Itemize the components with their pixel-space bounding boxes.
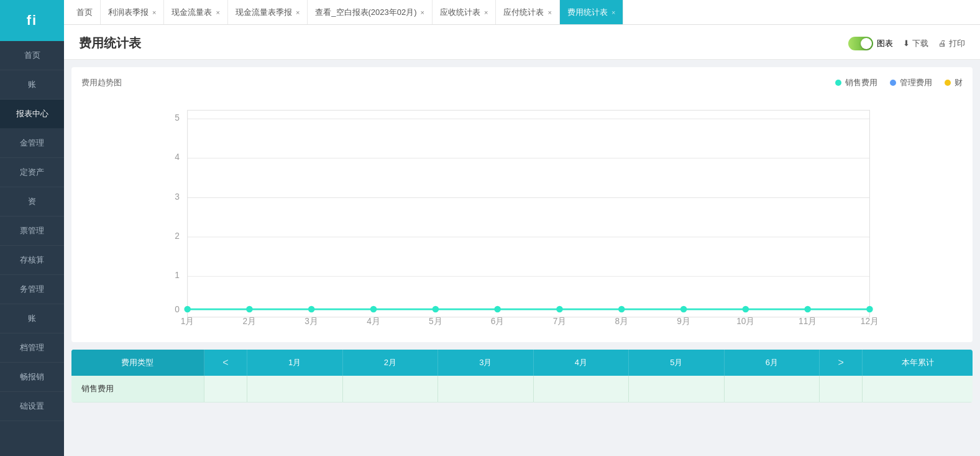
table-header-nav-next[interactable]: >	[820, 350, 863, 376]
table-cell-nav-space	[204, 376, 247, 402]
chart-container: 5 4 3 2 1 0	[81, 96, 963, 332]
tab-close-cashflow-quarterly[interactable]: ×	[296, 9, 300, 16]
nav-next-icon[interactable]: >	[838, 357, 844, 368]
sidebar: fi 首页 账 报表中心 金管理 定资产 资 票管理 存核算 务管理 账 档管理…	[0, 0, 64, 456]
table-header-nav-prev[interactable]: <	[204, 350, 247, 376]
svg-rect-12	[188, 110, 870, 317]
tab-home[interactable]: 首页	[69, 0, 101, 25]
svg-point-24	[866, 306, 873, 313]
legend-dot-finance	[945, 80, 951, 86]
sidebar-item-service[interactable]: 务管理	[0, 275, 64, 304]
tab-close-cashflow[interactable]: ×	[216, 9, 219, 16]
table-row: 销售费用	[71, 376, 973, 402]
content-area: 费用统计表 图表 ⬇ 下载 🖨 打印 费用趋势图	[64, 25, 980, 456]
table-cell-m2	[343, 376, 439, 402]
tab-profit-quarterly[interactable]: 利润表季报 ×	[101, 0, 164, 25]
download-label: 下载	[912, 38, 928, 49]
sidebar-item-finance[interactable]: 金管理	[0, 129, 64, 158]
chart-legend: 销售费用 管理费用 财	[835, 77, 963, 88]
sidebar-item-account[interactable]: 账	[0, 70, 64, 100]
table-header-month5: 5月	[629, 350, 725, 376]
svg-text:3月: 3月	[305, 317, 318, 326]
svg-point-23	[804, 306, 811, 313]
tab-payable[interactable]: 应付统计表 ×	[496, 0, 559, 25]
sidebar-item-capital[interactable]: 资	[0, 187, 64, 216]
table-header-month4: 4月	[534, 350, 630, 376]
legend-sales: 销售费用	[835, 77, 877, 88]
legend-dot-sales	[835, 80, 841, 86]
table-header-month1: 1月	[247, 350, 343, 376]
tab-receivable[interactable]: 应收统计表 ×	[433, 0, 496, 25]
print-icon: 🖨	[938, 39, 946, 48]
table-header-month2: 2月	[343, 350, 439, 376]
chart-title: 费用趋势图	[81, 77, 122, 88]
svg-text:4: 4	[175, 152, 180, 162]
svg-text:3: 3	[175, 192, 180, 202]
tab-cashflow-quarterly[interactable]: 现金流量表季报 ×	[228, 0, 308, 25]
tab-expense-stats[interactable]: 费用统计表 ×	[560, 0, 623, 25]
main-area: 首页 利润表季报 × 现金流量表 × 现金流量表季报 × 查看_空白报表(202…	[64, 0, 980, 456]
sidebar-item-assets[interactable]: 定资产	[0, 158, 64, 187]
nav-prev-icon[interactable]: <	[222, 357, 228, 368]
table-cell-yearly	[863, 376, 973, 402]
svg-point-18	[494, 306, 501, 313]
sidebar-item-expense[interactable]: 畅报销	[0, 363, 64, 392]
chart-header: 费用趋势图 销售费用 管理费用 财	[81, 77, 963, 88]
sidebar-item-reports[interactable]: 报表中心	[0, 100, 64, 129]
svg-point-21	[680, 306, 687, 313]
svg-point-15	[308, 306, 315, 313]
table-header-yearly: 本年累计	[863, 350, 973, 376]
svg-text:6月: 6月	[491, 317, 505, 326]
legend-finance: 财	[945, 77, 963, 88]
svg-text:1: 1	[175, 271, 180, 280]
svg-text:5月: 5月	[429, 317, 442, 326]
svg-text:11月: 11月	[799, 317, 817, 326]
tab-blank-report[interactable]: 查看_空白报表(2023年02月) ×	[308, 0, 433, 25]
sidebar-item-archive[interactable]: 档管理	[0, 333, 64, 363]
svg-text:1月: 1月	[181, 317, 195, 326]
table-cell-m6	[725, 376, 820, 402]
table-header-type: 费用类型	[71, 350, 204, 376]
page-title: 费用统计表	[79, 35, 141, 52]
sidebar-item-home[interactable]: 首页	[0, 41, 64, 70]
legend-label-finance: 财	[955, 77, 963, 88]
sidebar-item-invoice[interactable]: 票管理	[0, 216, 64, 246]
svg-text:0: 0	[175, 305, 180, 314]
chart-toggle[interactable]	[848, 37, 873, 50]
svg-text:12月: 12月	[861, 317, 879, 326]
sidebar-item-settings[interactable]: 础设置	[0, 392, 64, 421]
sidebar-item-ledger[interactable]: 账	[0, 304, 64, 333]
svg-point-14	[246, 306, 253, 313]
legend-label-admin: 管理费用	[900, 77, 932, 88]
svg-text:7月: 7月	[553, 317, 567, 326]
tab-close-blank-report[interactable]: ×	[421, 9, 424, 16]
tab-close-payable[interactable]: ×	[547, 9, 551, 16]
download-button[interactable]: ⬇ 下载	[903, 38, 928, 49]
svg-text:9月: 9月	[677, 317, 690, 326]
table-header-month6: 6月	[725, 350, 820, 376]
tab-close-receivable[interactable]: ×	[484, 9, 488, 16]
chart-section: 费用趋势图 销售费用 管理费用 财	[71, 67, 973, 342]
page-header: 费用统计表 图表 ⬇ 下载 🖨 打印	[64, 25, 980, 60]
toggle-label: 图表	[877, 38, 893, 49]
tab-close-expense-stats[interactable]: ×	[611, 9, 615, 16]
table-cell-nav-space2	[820, 376, 863, 402]
svg-text:5: 5	[175, 113, 180, 123]
table-cell-m3	[438, 376, 534, 402]
chart-svg: 5 4 3 2 1 0	[81, 96, 963, 332]
sidebar-item-inventory[interactable]: 存核算	[0, 246, 64, 275]
tab-cashflow[interactable]: 现金流量表 ×	[164, 0, 227, 25]
toggle-wrap: 图表	[848, 37, 893, 50]
tab-close-profit-quarterly[interactable]: ×	[152, 9, 156, 16]
svg-point-13	[184, 306, 191, 313]
svg-point-16	[370, 306, 377, 313]
legend-label-sales: 销售费用	[845, 77, 877, 88]
print-button[interactable]: 🖨 打印	[938, 38, 965, 49]
table-cell-type: 销售费用	[71, 376, 204, 402]
download-icon: ⬇	[903, 39, 910, 48]
svg-point-22	[743, 306, 749, 313]
svg-text:10月: 10月	[736, 317, 754, 326]
svg-point-19	[556, 306, 563, 313]
header-actions: 图表 ⬇ 下载 🖨 打印	[848, 37, 965, 50]
svg-point-17	[433, 306, 439, 313]
